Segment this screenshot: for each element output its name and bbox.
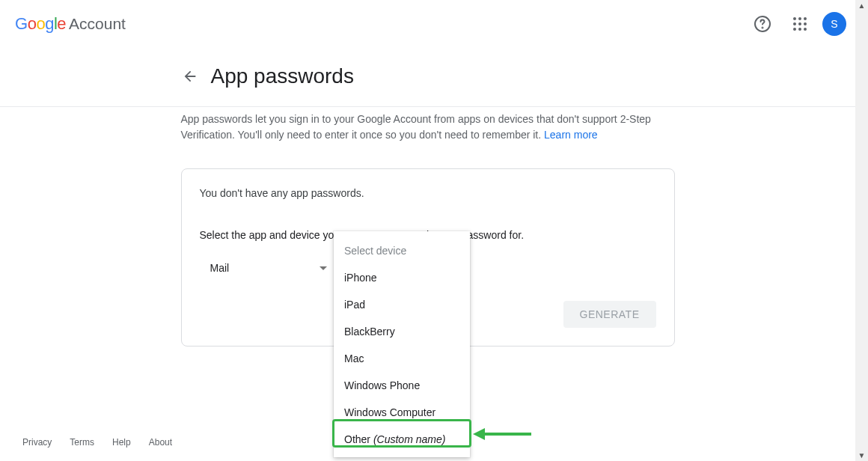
footer-links: Privacy Terms Help About xyxy=(22,437,172,448)
chevron-down-icon xyxy=(320,266,327,270)
svg-point-5 xyxy=(793,22,796,25)
google-logo: Google xyxy=(15,14,66,34)
apps-grid-icon[interactable] xyxy=(785,9,815,39)
svg-marker-12 xyxy=(473,428,485,440)
no-passwords-text: You don't have any app passwords. xyxy=(200,187,656,199)
other-label-text: Other xyxy=(344,433,373,445)
scroll-up-icon[interactable]: ▲ xyxy=(856,0,867,11)
device-option-blackberry[interactable]: BlackBerry xyxy=(334,318,470,345)
footer-about[interactable]: About xyxy=(149,437,172,448)
svg-point-7 xyxy=(804,22,807,25)
device-option-windows-phone[interactable]: Windows Phone xyxy=(334,372,470,399)
back-arrow-icon[interactable] xyxy=(181,67,199,85)
svg-point-8 xyxy=(793,28,796,31)
footer-terms[interactable]: Terms xyxy=(70,437,94,448)
global-header: Google Account S xyxy=(0,0,855,48)
page-title: App passwords xyxy=(211,64,354,88)
footer-help[interactable]: Help xyxy=(112,437,131,448)
svg-point-6 xyxy=(798,22,801,25)
device-option-mac[interactable]: Mac xyxy=(334,345,470,372)
window-scrollbar[interactable]: ▲ ▼ xyxy=(855,0,868,461)
generate-button[interactable]: GENERATE xyxy=(563,301,656,328)
svg-point-2 xyxy=(793,17,796,20)
device-dropdown: Select device iPhone iPad BlackBerry Mac… xyxy=(334,231,470,457)
annotation-arrow-icon xyxy=(473,425,533,443)
intro-text: App passwords let you sign in to your Go… xyxy=(181,107,675,143)
scroll-down-icon[interactable]: ▼ xyxy=(856,450,867,461)
svg-point-1 xyxy=(762,28,763,28)
account-avatar[interactable]: S xyxy=(822,12,846,36)
other-custom-text: (Custom name) xyxy=(373,433,445,445)
help-icon[interactable] xyxy=(748,9,777,39)
footer-privacy[interactable]: Privacy xyxy=(22,437,52,448)
learn-more-link[interactable]: Learn more xyxy=(544,129,598,141)
device-option-iphone[interactable]: iPhone xyxy=(334,264,470,291)
app-select-value: Mail xyxy=(210,262,230,274)
svg-point-4 xyxy=(804,17,807,20)
google-account-logo[interactable]: Google Account xyxy=(15,14,126,34)
account-word: Account xyxy=(69,15,126,33)
svg-point-10 xyxy=(804,28,807,31)
device-option-ipad[interactable]: iPad xyxy=(334,291,470,318)
svg-point-9 xyxy=(798,28,801,31)
page-title-row: App passwords xyxy=(181,48,675,106)
device-option-windows-computer[interactable]: Windows Computer xyxy=(334,399,470,426)
device-option-other[interactable]: Other (Custom name) xyxy=(334,426,470,453)
svg-point-3 xyxy=(798,17,801,20)
header-actions: S xyxy=(748,9,846,39)
app-select[interactable]: Mail xyxy=(209,257,328,278)
device-placeholder: Select device xyxy=(334,237,470,264)
